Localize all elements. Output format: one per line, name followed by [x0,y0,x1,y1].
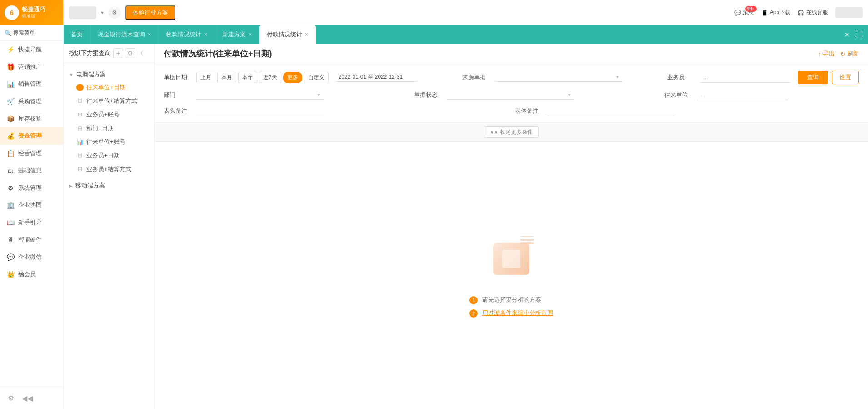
empty-illustration [484,234,539,288]
dept-select[interactable]: ▾ [196,91,324,100]
partner-select[interactable]: ... [697,90,788,100]
tab-payment-close[interactable]: × [305,31,308,38]
message-badge: 99+ [745,6,757,12]
filter-link[interactable]: 过滤 [488,309,500,316]
status-select[interactable]: ▾ [447,91,574,100]
tab-new-scheme-close[interactable]: × [249,31,252,38]
management-icon: 📋 [6,149,15,157]
service-icon: 🎧 [798,10,804,16]
tab-receipt-label: 收款情况统计 [166,30,201,39]
body-note-input[interactable] [548,106,675,116]
filter-row-3: 表头备注 表体备注 [164,106,859,116]
collapse-bar[interactable]: ∧∧ 收起更多条件 [155,123,868,142]
sidebar-item-purchase[interactable]: 🛒 采购管理 [0,93,63,110]
sidebar-brand: 畅捷通巧 标准版 [22,6,45,20]
footer-settings-btn[interactable]: ⚙ [5,392,17,404]
date-custom[interactable]: 自定义 [304,72,329,83]
sidebar-item-quick-nav[interactable]: ⚡ 快捷导航 [0,41,63,58]
empty-line-3 [520,242,534,244]
maximize-btn[interactable]: ⛶ [853,29,864,40]
source-select[interactable]: ▾ [495,73,622,82]
tab-payment[interactable]: 付款情况统计 × [259,25,316,44]
online-service-btn[interactable]: 🎧 在线客服 [798,9,828,16]
scheme-settings-btn[interactable]: ⚙ [125,48,135,58]
empty-step-2: 2 用过滤条件来缩小分析范围 [469,309,553,318]
scheme-item-staff-payment[interactable]: ⊞ 业务员+结算方式 [64,162,154,176]
header-note-label: 表头备注 [164,107,189,115]
sidebar-item-member[interactable]: 👑 畅会员 [0,266,63,283]
capital-icon: 💰 [6,132,15,140]
topbar-dropdown-arrow[interactable]: ▾ [101,10,104,16]
date-this-year[interactable]: 本年 [238,72,257,83]
sidebar-item-hardware[interactable]: 🖥 智能硬件 [0,231,63,248]
scheme-group-desktop-header[interactable]: ▼ 电脑端方案 [64,69,154,81]
app-download-btn[interactable]: 📱 App下载 [761,9,790,16]
topbar-settings-btn[interactable]: ⚙ [108,6,121,19]
basic-icon: 🗂 [6,167,15,175]
user-avatar[interactable] [835,7,863,18]
tab-home[interactable]: 首页 [64,25,90,44]
staff-select[interactable]: ... [700,72,791,83]
sidebar-item-label: 营销推广 [18,63,42,71]
header-actions: ↑ 导出 ↻ 刷新 [818,50,859,58]
sidebar-item-marketing[interactable]: 🎁 营销推广 [0,58,63,76]
date-last-7-days[interactable]: 近7天 [259,72,281,83]
refresh-icon: ↻ [840,50,845,57]
scheme-collapse-btn[interactable]: 《 [138,50,143,57]
tab-receipt-close[interactable]: × [204,31,207,38]
scheme-item-icon: ⊞ [76,97,84,105]
close-tab-btn[interactable]: ✕ [842,29,852,41]
scheme-item-dept-date[interactable]: ⊞ 部门+日期 [64,121,154,135]
tab-new-scheme-label: 新建方案 [222,30,246,39]
export-btn[interactable]: ↑ 导出 [818,50,835,58]
content-header: 付款情况统计(往来单位+日期) ↑ 导出 ↻ 刷新 [155,44,868,64]
search-menu[interactable]: 🔍 搜索菜单 [0,25,63,41]
date-last-month[interactable]: 上月 [196,72,215,83]
empty-box-graphic [493,243,529,275]
scheme-add-btn[interactable]: + [113,48,123,58]
header-note-input[interactable] [196,106,324,116]
scheme-item-partner-payment[interactable]: ⊞ 往来单位+结算方式 [64,94,154,108]
sidebar-item-capital[interactable]: 💰 资金管理 [0,127,63,145]
query-btn[interactable]: 查询 [798,71,828,84]
sidebar-item-system[interactable]: ⚙ 系统管理 [0,179,63,197]
date-label: 单据日期 [164,73,189,81]
trial-btn[interactable]: 体验行业方案 [125,5,175,20]
scheme-item-icon: ⊞ [76,166,84,173]
date-this-month[interactable]: 本月 [217,72,236,83]
sidebar-item-basic[interactable]: 🗂 基础信息 [0,162,63,179]
scheme-item-partner-date[interactable]: ● 往来单位+日期 [64,81,154,94]
sidebar-item-inventory[interactable]: 📦 库存核算 [0,110,63,127]
scheme-item-partner-account[interactable]: 📊 往来单位+账号 [64,135,154,149]
sidebar-item-label: 企业协同 [18,201,42,209]
messages-btn[interactable]: 💬 消息 99+ [734,9,754,16]
filter-row-2: 部门 ▾ 单据状态 ▾ 往来单位 ... [164,90,859,100]
scheme-group-mobile-header[interactable]: ▶ 移动端方案 [64,180,154,192]
search-icon: 🔍 [5,30,11,36]
sidebar-item-guide[interactable]: 📖 新手引导 [0,214,63,231]
sidebar-item-management[interactable]: 📋 经营管理 [0,145,63,162]
settings-btn[interactable]: 设置 [832,71,859,84]
collapse-icon: ∧∧ [490,129,498,136]
refresh-btn[interactable]: ↻ 刷新 [840,50,859,58]
tab-new-scheme[interactable]: 新建方案 × [215,25,259,44]
sidebar-item-sales[interactable]: 📊 销售管理 [0,76,63,93]
date-range-input[interactable] [336,73,418,82]
sidebar-item-label: 企业微信 [18,253,42,261]
tab-bank-close[interactable]: × [148,31,151,38]
collapse-conditions-btn[interactable]: ∧∧ 收起更多条件 [484,126,539,138]
footer-collapse-btn[interactable]: ◀◀ [21,392,34,404]
scheme-item-label: 往来单位+日期 [86,83,125,91]
scheme-item-staff-date[interactable]: ⊞ 业务员+日期 [64,149,154,162]
empty-state: 1 请先选择要分析的方案 2 用过滤条件来缩小分析范围 [155,142,868,409]
sidebar-item-enterprise[interactable]: 🏢 企业协同 [0,197,63,214]
date-buttons: 上月 本月 本年 近7天 更多 自定义 [196,72,329,83]
dept-label: 部门 [164,91,189,99]
sidebar-item-wechat[interactable]: 💬 企业微信 [0,248,63,266]
scheme-item-staff-account[interactable]: ⊞ 业务员+账号 [64,108,154,121]
scheme-item-label: 业务员+日期 [86,151,120,160]
tab-bank[interactable]: 现金银行流水查询 × [90,25,159,44]
date-more[interactable]: 更多 [283,72,302,83]
sidebar-item-label: 资金管理 [18,132,42,140]
tab-receipt[interactable]: 收款情况统计 × [159,25,215,44]
